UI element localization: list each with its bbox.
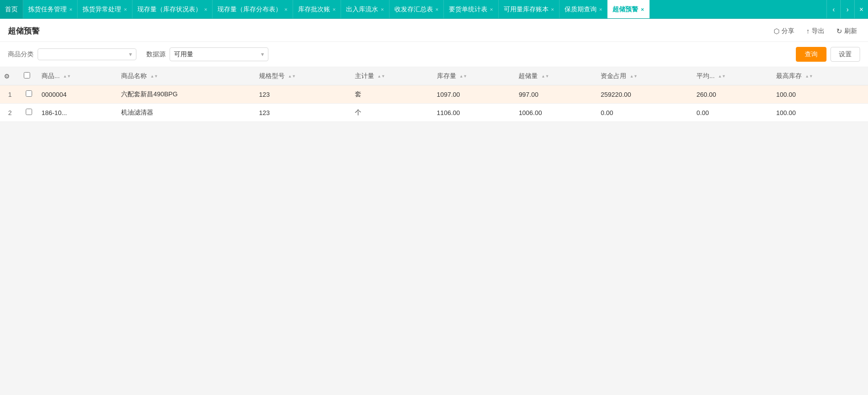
close-icon[interactable]: × bbox=[333, 6, 336, 12]
column-gear[interactable]: ⚙ bbox=[0, 67, 20, 85]
export-button[interactable]: ↑ 导出 bbox=[803, 25, 827, 38]
nav-item-overstock[interactable]: 超储预警 × bbox=[608, 0, 649, 19]
row-stock-qty: 1106.00 bbox=[433, 104, 515, 122]
nav-item-summary[interactable]: 收发存汇总表 × bbox=[390, 0, 444, 19]
table-row: 1 0000004 六配套新昌490BPG 123 套 1097.00 997.… bbox=[0, 85, 868, 104]
share-button[interactable]: ⬡ 分享 bbox=[771, 25, 797, 38]
nav-item-order-stats[interactable]: 要货单统计表 × bbox=[444, 0, 498, 19]
column-unit[interactable]: 主计量 ▲▼ bbox=[351, 67, 433, 85]
row-max-stock: 100.00 bbox=[772, 85, 868, 104]
row-checkbox-cell[interactable] bbox=[20, 85, 38, 104]
row-checkbox[interactable] bbox=[26, 90, 32, 97]
table-row: 2 186-10... 机油滤清器 123 个 1106.00 1006.00 … bbox=[0, 104, 868, 122]
nav-item-task[interactable]: 拣货任务管理 × bbox=[23, 0, 78, 19]
close-icon[interactable]: × bbox=[381, 6, 384, 12]
filter-actions: 查询 设置 bbox=[796, 47, 860, 62]
nav-label: 拣货任务管理 bbox=[28, 5, 67, 14]
refresh-button[interactable]: ↻ 刷新 bbox=[833, 25, 860, 38]
page-title: 超储预警 bbox=[8, 26, 40, 37]
data-table: ⚙ 商品... ▲▼ 商品名称 ▲▼ 规格型号 bbox=[0, 67, 868, 122]
share-label: 分享 bbox=[781, 27, 794, 36]
nav-item-batch[interactable]: 库存批次账 × bbox=[293, 0, 341, 19]
close-icon[interactable]: × bbox=[69, 6, 72, 12]
chevron-down-icon: ▾ bbox=[261, 51, 264, 58]
close-icon[interactable]: × bbox=[204, 6, 207, 12]
row-over-qty: 997.00 bbox=[515, 85, 597, 104]
nav-item-exception[interactable]: 拣货异常处理 × bbox=[78, 0, 132, 19]
gear-icon: ⚙ bbox=[4, 73, 10, 80]
sort-icon: ▲▼ bbox=[63, 75, 71, 79]
nav-close-arrow[interactable]: × bbox=[854, 0, 868, 19]
column-over-qty[interactable]: 超储量 ▲▼ bbox=[515, 67, 597, 85]
close-icon[interactable]: × bbox=[551, 6, 554, 12]
row-max-stock: 100.00 bbox=[772, 104, 868, 122]
product-category-group: 商品分类 ▾ bbox=[8, 48, 136, 60]
sort-icon: ▲▼ bbox=[718, 75, 726, 79]
col-label: 平均... bbox=[696, 72, 715, 79]
top-navigation: 首页 拣货任务管理 × 拣货异常处理 × 现存量（库存状况表） × 现存量（库存… bbox=[0, 0, 868, 19]
nav-item-home[interactable]: 首页 bbox=[0, 0, 23, 19]
close-icon[interactable]: × bbox=[124, 6, 127, 12]
table-container: ⚙ 商品... ▲▼ 商品名称 ▲▼ 规格型号 bbox=[0, 67, 868, 122]
nav-item-available[interactable]: 可用量库存账本 × bbox=[499, 0, 560, 19]
row-num: 1 bbox=[0, 85, 20, 104]
column-sku-code[interactable]: 商品... ▲▼ bbox=[38, 67, 117, 85]
export-icon: ↑ bbox=[806, 27, 810, 35]
column-spec[interactable]: 规格型号 ▲▼ bbox=[255, 67, 351, 85]
product-category-label: 商品分类 bbox=[8, 50, 34, 59]
row-checkbox-cell[interactable] bbox=[20, 104, 38, 122]
page-content: 超储预警 ⬡ 分享 ↑ 导出 ↻ 刷新 商品分类 ▾ 数据源 bbox=[0, 19, 868, 122]
close-icon[interactable]: × bbox=[435, 6, 438, 12]
row-capital-usage: 259220.00 bbox=[597, 85, 693, 104]
data-source-value: 可用量 bbox=[174, 50, 193, 59]
row-over-qty: 1006.00 bbox=[515, 104, 597, 122]
column-sku-name[interactable]: 商品名称 ▲▼ bbox=[117, 67, 255, 85]
nav-label: 拣货异常处理 bbox=[83, 5, 121, 14]
col-label: 商品... bbox=[42, 72, 60, 79]
sort-icon: ▲▼ bbox=[459, 75, 467, 79]
row-checkbox[interactable] bbox=[26, 109, 32, 115]
data-source-select[interactable]: 可用量 ▾ bbox=[170, 47, 268, 61]
sort-icon: ▲▼ bbox=[805, 75, 813, 79]
data-source-group: 数据源 可用量 ▾ bbox=[146, 47, 268, 61]
row-num: 2 bbox=[0, 104, 20, 122]
row-sku-code: 0000004 bbox=[38, 85, 117, 104]
row-stock-qty: 1097.00 bbox=[433, 85, 515, 104]
chevron-down-icon: ▾ bbox=[129, 51, 132, 58]
row-capital-usage: 0.00 bbox=[597, 104, 693, 122]
row-avg: 260.00 bbox=[693, 85, 772, 104]
table-header-row: ⚙ 商品... ▲▼ 商品名称 ▲▼ 规格型号 bbox=[0, 67, 868, 85]
sort-icon: ▲▼ bbox=[541, 75, 549, 79]
nav-label: 现存量（库存分布表） bbox=[217, 5, 282, 14]
row-spec: 123 bbox=[255, 104, 351, 122]
column-capital[interactable]: 资金占用 ▲▼ bbox=[597, 67, 693, 85]
close-icon[interactable]: × bbox=[490, 6, 493, 12]
nav-item-expiry[interactable]: 保质期查询 × bbox=[560, 0, 608, 19]
nav-label: 超储预警 bbox=[612, 5, 638, 14]
close-icon[interactable]: × bbox=[641, 6, 644, 12]
query-button[interactable]: 查询 bbox=[796, 47, 826, 62]
page-title-bar: 超储预警 ⬡ 分享 ↑ 导出 ↻ 刷新 bbox=[0, 19, 868, 42]
nav-item-stock-dist[interactable]: 现存量（库存分布表） × bbox=[213, 0, 293, 19]
nav-label: 保质期查询 bbox=[564, 5, 597, 14]
settings-button[interactable]: 设置 bbox=[830, 47, 860, 62]
nav-left-arrow[interactable]: ‹ bbox=[826, 0, 840, 19]
col-label: 最高库存 bbox=[776, 72, 802, 79]
row-spec: 123 bbox=[255, 85, 351, 104]
nav-item-stock-status[interactable]: 现存量（库存状况表） × bbox=[132, 0, 213, 19]
col-label: 资金占用 bbox=[601, 72, 626, 79]
close-icon[interactable]: × bbox=[599, 6, 602, 12]
column-checkbox[interactable] bbox=[20, 67, 38, 85]
row-unit: 套 bbox=[351, 85, 433, 104]
column-max-stock[interactable]: 最高库存 ▲▼ bbox=[772, 67, 868, 85]
nav-item-flow[interactable]: 出入库流水 × bbox=[341, 0, 389, 19]
col-label: 主计量 bbox=[355, 72, 374, 79]
product-category-select[interactable]: ▾ bbox=[38, 48, 136, 60]
nav-right-arrow[interactable]: › bbox=[840, 0, 854, 19]
col-label: 规格型号 bbox=[259, 72, 285, 79]
column-avg[interactable]: 平均... ▲▼ bbox=[693, 67, 772, 85]
close-icon[interactable]: × bbox=[284, 6, 287, 12]
sort-icon: ▲▼ bbox=[630, 75, 638, 79]
column-stock-qty[interactable]: 库存量 ▲▼ bbox=[433, 67, 515, 85]
select-all-checkbox[interactable] bbox=[24, 72, 30, 79]
